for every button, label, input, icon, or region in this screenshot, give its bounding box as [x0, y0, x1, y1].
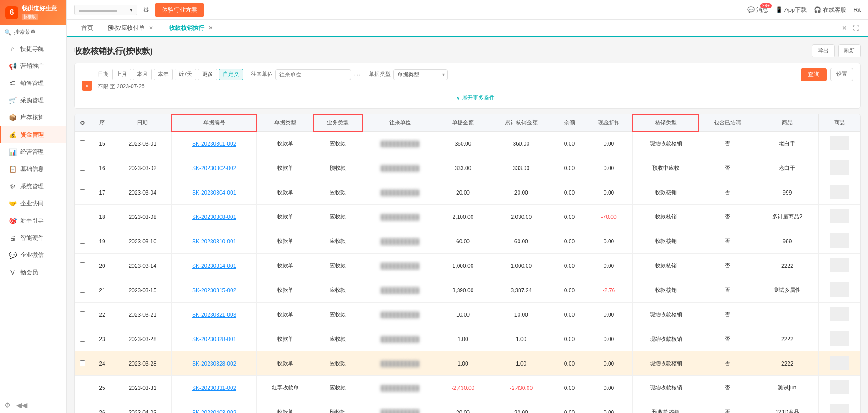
- sidebar-item-member[interactable]: V 畅会员: [0, 264, 66, 281]
- online-service-button[interactable]: 🎧 在线客服: [814, 6, 846, 14]
- sidebar-item-operation[interactable]: 📊 经营管理: [0, 143, 66, 161]
- headset-icon: 🎧: [814, 6, 821, 13]
- expand-tab-icon[interactable]: ⛶: [851, 23, 861, 33]
- row-receipt-no[interactable]: SK-20230308-001: [172, 205, 257, 229]
- table-row[interactable]: 15 2023-03-01 SK-20230301-002 收款单 应收款 ██…: [75, 132, 860, 156]
- table-row[interactable]: 17 2023-03-04 SK-20230304-001 收款单 应收款 ██…: [75, 180, 860, 205]
- this-month-btn[interactable]: 本月: [133, 69, 152, 80]
- row-verified-amount: 10.00: [488, 303, 554, 327]
- custom-date-btn[interactable]: 自定义: [219, 69, 243, 80]
- row-receipt-no[interactable]: SK-20230321-003: [172, 303, 257, 327]
- row-receipt-no[interactable]: SK-20230302-002: [172, 156, 257, 180]
- sidebar-item-marketing[interactable]: 📢 营销推广: [0, 57, 66, 75]
- row-checkbox[interactable]: [75, 156, 91, 180]
- table-row[interactable]: 16 2023-03-02 SK-20230302-002 收款单 预收款 ██…: [75, 156, 860, 180]
- sidebar: 6 畅供道好生意 标推版 🔍 搜索菜单 ⌂ 快捷导航 📢 营销推广 🏷 销售管理…: [0, 0, 67, 413]
- app-download-button[interactable]: 📱 App下载: [775, 6, 807, 14]
- sidebar-item-label: 库存核算: [20, 114, 44, 122]
- sidebar-item-system[interactable]: ⚙ 系统管理: [0, 178, 66, 195]
- row-balance: 0.00: [554, 327, 585, 351]
- table-row[interactable]: 20 2023-03-14 SK-20230314-001 收款单 应收款 ██…: [75, 254, 860, 278]
- row-discount: 0.00: [585, 229, 633, 254]
- row-receipt-no[interactable]: SK-20230403-002: [172, 400, 257, 413]
- gear-column-header[interactable]: ⚙: [75, 114, 91, 132]
- row-checkbox[interactable]: [75, 180, 91, 205]
- sidebar-item-hardware[interactable]: 🖨 智能硬件: [0, 229, 66, 247]
- row-checkbox[interactable]: [75, 376, 91, 400]
- receipt-type-label: 单据类型: [369, 71, 391, 78]
- close-tab-icon[interactable]: ✕: [840, 23, 849, 33]
- tab-home[interactable]: 首页: [74, 20, 100, 37]
- expand-more-button[interactable]: ∨ 展开更多条件: [98, 92, 853, 104]
- app-download-label: App下载: [784, 6, 807, 14]
- row-checkbox[interactable]: [75, 254, 91, 278]
- row-checkbox[interactable]: [75, 229, 91, 254]
- topbar-right: 💬 消息 99+ 📱 App下载 🎧 在线客服 Rit: [747, 6, 861, 14]
- row-checkbox[interactable]: [75, 400, 91, 413]
- user-profile-button[interactable]: Rit: [854, 6, 861, 13]
- row-amount: -2,430.00: [438, 376, 488, 400]
- this-year-btn[interactable]: 本年: [154, 69, 173, 80]
- row-checkbox[interactable]: [75, 303, 91, 327]
- table-row[interactable]: 18 2023-03-08 SK-20230308-001 收款单 应收款 ██…: [75, 205, 860, 229]
- row-receipt-no[interactable]: SK-20230314-001: [172, 254, 257, 278]
- table-row[interactable]: 21 2023-03-15 SK-20230315-002 收款单 应收款 ██…: [75, 278, 860, 303]
- row-date: 2023-04-03: [113, 400, 172, 413]
- table-row[interactable]: 23 2023-03-28 SK-20230328-001 收款单 应收款 ██…: [75, 327, 860, 351]
- tab-pre-receipt[interactable]: 预收/应收付单 ✕: [100, 20, 162, 37]
- tab-receipt-verify-close[interactable]: ✕: [207, 24, 214, 32]
- row-seq: 26: [91, 400, 113, 413]
- row-amount: 10.00: [438, 303, 488, 327]
- row-receipt-no[interactable]: SK-20230304-001: [172, 180, 257, 205]
- sidebar-item-wechat[interactable]: 💬 企业微信: [0, 247, 66, 264]
- tab-receipt-verify[interactable]: 收款核销执行 ✕: [162, 20, 222, 37]
- sidebar-item-sales[interactable]: 🏷 销售管理: [0, 75, 66, 92]
- more-date-btn[interactable]: 更多: [198, 69, 217, 80]
- row-receipt-no[interactable]: SK-20230328-001: [172, 327, 257, 351]
- receipt-type-select[interactable]: 单据类型 收款单 红字收款单: [393, 69, 448, 80]
- gear-icon[interactable]: ⚙: [143, 5, 149, 14]
- export-button[interactable]: 导出: [812, 44, 835, 57]
- row-receipt-no[interactable]: SK-20230301-002: [172, 132, 257, 156]
- row-receipt-no[interactable]: SK-20230328-002: [172, 351, 257, 376]
- counterpart-input[interactable]: [275, 69, 351, 80]
- sidebar-collapse-icon[interactable]: ◀◀: [16, 401, 27, 409]
- sidebar-item-stock[interactable]: 📦 库存核算: [0, 109, 66, 126]
- sidebar-settings-icon[interactable]: ⚙: [5, 401, 11, 409]
- last-month-btn[interactable]: 上月: [112, 69, 131, 80]
- sidebar-item-basic[interactable]: 📋 基础信息: [0, 161, 66, 178]
- table-row[interactable]: 25 2023-03-31 SK-20230331-002 红字收款单 应收款 …: [75, 376, 860, 400]
- row-checkbox[interactable]: [75, 278, 91, 303]
- sidebar-item-guide[interactable]: 🎯 新手引导: [0, 212, 66, 229]
- sidebar-item-enterprise[interactable]: 🤝 企业协同: [0, 195, 66, 212]
- row-checkbox[interactable]: [75, 327, 91, 351]
- sidebar-item-quick-nav[interactable]: ⌂ 快捷导航: [0, 40, 66, 57]
- row-receipt-no[interactable]: SK-20230331-002: [172, 376, 257, 400]
- table-row[interactable]: 22 2023-03-21 SK-20230321-003 收款单 应收款 ██…: [75, 303, 860, 327]
- table-row[interactable]: 19 2023-03-10 SK-20230310-001 收款单 应收款 ██…: [75, 229, 860, 254]
- last-7days-btn[interactable]: 近7天: [175, 69, 197, 80]
- table-row[interactable]: 24 2023-03-28 SK-20230328-002 收款单 应收款 ██…: [75, 351, 860, 376]
- row-product2: [818, 278, 860, 303]
- company-selector[interactable]: ▬▬▬▬▬▬▬ ▾: [74, 5, 137, 15]
- refresh-button[interactable]: 刷新: [838, 44, 861, 57]
- settings-button[interactable]: 设置: [830, 68, 853, 81]
- row-checkbox[interactable]: [75, 132, 91, 156]
- row-seq: 18: [91, 205, 113, 229]
- page-header: 收款核销执行(按收款) 导出 刷新: [74, 44, 861, 57]
- messages-button[interactable]: 💬 消息 99+: [747, 6, 768, 14]
- row-receipt-no[interactable]: SK-20230315-002: [172, 278, 257, 303]
- seq-column-header: 序: [91, 114, 113, 132]
- row-checkbox[interactable]: [75, 351, 91, 376]
- table-row[interactable]: 26 2023-04-03 SK-20230403-002 收款单 预收款 ██…: [75, 400, 860, 413]
- query-button[interactable]: 查询: [801, 68, 827, 81]
- search-menu[interactable]: 🔍 搜索菜单: [0, 25, 66, 40]
- sidebar-item-finance[interactable]: 💰 资金管理: [0, 126, 66, 143]
- industry-solution-button[interactable]: 体验行业方案: [155, 3, 204, 17]
- row-biz-type: 应收款: [314, 229, 362, 254]
- row-receipt-no[interactable]: SK-20230310-001: [172, 229, 257, 254]
- tab-pre-receipt-close[interactable]: ✕: [147, 24, 155, 32]
- filter-toggle-button[interactable]: »: [82, 81, 92, 91]
- row-checkbox[interactable]: [75, 205, 91, 229]
- sidebar-item-purchase[interactable]: 🛒 采购管理: [0, 92, 66, 109]
